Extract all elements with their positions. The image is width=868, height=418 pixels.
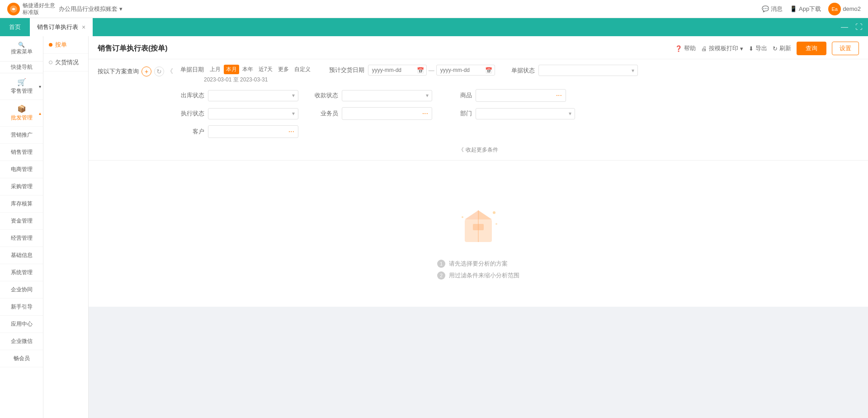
quick-nav-button[interactable]: 快捷导航	[0, 62, 43, 73]
date-filter-group: 单据日期 上月 本月 本年 近7天 更多 自定义 2023-03-0	[179, 65, 315, 84]
header-left: 畅捷通好生意 标准版 办公用品行业模拟账套 ▾	[7, 2, 123, 15]
tab-bar: 首页 销售订单执行表 × — ⛶	[0, 18, 868, 36]
out-status-label: 出库状态	[179, 91, 204, 100]
refresh-button[interactable]: ↻ 刷新	[773, 44, 791, 52]
content-area: 销售订单执行表(按单) ❓ 帮助 🖨 按模板打印 ▾ ⬇ 导出	[89, 36, 868, 418]
page-content: 销售订单执行表(按单) ❓ 帮助 🖨 按模板打印 ▾ ⬇ 导出	[89, 36, 868, 307]
search-icon: 🔍	[18, 42, 25, 48]
print-button[interactable]: 🖨 按模板打印 ▾	[701, 44, 743, 52]
help-button[interactable]: ❓ 帮助	[675, 44, 696, 52]
collapse-more-button[interactable]: 《 收起更多条件	[98, 143, 859, 155]
date-quick-buttons: 上月 本月 本年 近7天 更多 自定义	[208, 65, 313, 74]
goods-more-icon[interactable]: ···	[556, 91, 562, 100]
receipt-status-label: 收款状态	[313, 91, 338, 100]
export-icon: ⬇	[749, 45, 754, 52]
expand-icon-2: ▴	[39, 111, 41, 116]
status-label: 单据状态	[509, 66, 535, 75]
sub-sidebar-item-shortage[interactable]: 欠货情况	[43, 54, 88, 71]
date-last-month-button[interactable]: 上月	[208, 65, 223, 74]
receipt-status-filter: 收款状态	[313, 90, 432, 101]
wholesale-icon: 📦	[17, 104, 26, 113]
print-icon: 🖨	[701, 45, 707, 52]
sidebar-item-wholesale[interactable]: 📦 批发管理 ▴	[0, 100, 43, 127]
window-maximize-icon[interactable]: ⛶	[854, 21, 864, 33]
window-minimize-icon[interactable]: —	[839, 21, 850, 33]
svg-rect-5	[473, 224, 484, 230]
tab-sales-order[interactable]: 销售订单执行表 ×	[30, 18, 93, 36]
export-button[interactable]: ⬇ 导出	[749, 44, 767, 52]
nav-selector[interactable]: 办公用品行业模拟账套 ▾	[59, 5, 123, 13]
salesman-label: 业务员	[313, 109, 338, 118]
dept-select[interactable]	[476, 108, 575, 119]
date-this-month-button[interactable]: 本月	[224, 65, 239, 74]
expand-icon: ▾	[39, 84, 41, 89]
expected-date-range: 📅 — 📅	[368, 65, 495, 76]
message-icon: 💬	[762, 5, 769, 12]
sidebar-item-marketing[interactable]: 营销推广	[0, 127, 43, 144]
filter-area: 按以下方案查询 + ↻ 《 单据日期 上月 本月 本年	[89, 59, 868, 161]
setup-button[interactable]: 设置	[832, 42, 859, 55]
tip-num-1: 1	[437, 260, 445, 268]
app-download-icon: 📱	[790, 5, 797, 12]
sub-sidebar-item-order[interactable]: 按单	[43, 36, 88, 54]
empty-illustration	[451, 197, 505, 252]
customer-more-icon[interactable]: ···	[288, 128, 294, 136]
message-button[interactable]: 💬 消息	[762, 5, 783, 13]
customer-label: 客户	[179, 128, 204, 136]
sidebar-item-finance[interactable]: 资金管理	[0, 213, 43, 230]
user-avatar-area[interactable]: Ea demo2	[828, 3, 861, 15]
filter-section-header: 按以下方案查询 + ↻ 《	[98, 65, 173, 76]
date-label: 单据日期	[179, 66, 204, 74]
help-icon: ❓	[675, 45, 682, 52]
sidebar-item-guide[interactable]: 新手引导	[0, 299, 43, 316]
svg-marker-3	[478, 210, 492, 219]
logo-text: 畅捷通好生意 标准版	[23, 2, 55, 15]
svg-point-6	[493, 211, 495, 214]
date-this-year-button[interactable]: 本年	[240, 65, 255, 74]
goods-label: 商品	[447, 91, 472, 100]
sidebar-item-wechat[interactable]: 企业微信	[0, 333, 43, 350]
tab-home[interactable]: 首页	[0, 18, 30, 36]
app-download-button[interactable]: 📱 App下载	[790, 5, 821, 13]
collapse-button[interactable]: 《	[167, 67, 173, 76]
sidebar-item-system[interactable]: 系统管理	[0, 264, 43, 281]
sidebar-item-inventory[interactable]: 库存核算	[0, 195, 43, 213]
salesman-more-icon[interactable]: ···	[422, 109, 428, 118]
calendar-to-icon: 📅	[485, 67, 492, 74]
logo-area: 畅捷通好生意 标准版	[7, 2, 55, 15]
receipt-status-select[interactable]	[342, 90, 432, 101]
sidebar-items: 🛒 零售管理 ▾ 📦 批发管理 ▴ 营销推广 销售管理 电商管理 采购管理	[0, 73, 43, 367]
exec-status-select[interactable]	[208, 108, 298, 119]
add-scheme-button[interactable]: +	[142, 66, 151, 76]
sub-sidebar: 按单 欠货情况	[43, 36, 89, 418]
out-status-select[interactable]	[208, 90, 298, 101]
retail-icon: 🛒	[17, 78, 26, 86]
date-more-button[interactable]: 更多	[276, 65, 291, 74]
sidebar-item-basic-info[interactable]: 基础信息	[0, 247, 43, 264]
date-separator: —	[429, 67, 434, 74]
sidebar-item-purchase[interactable]: 采购管理	[0, 178, 43, 195]
empty-tips: 1 请先选择要分析的方案 2 用过滤条件来缩小分析范围	[437, 260, 519, 280]
query-button[interactable]: 查询	[797, 42, 826, 55]
date-range-display: 2023-03-01 至 2023-03-31	[179, 76, 315, 84]
sidebar-item-retail[interactable]: 🛒 零售管理 ▾	[0, 73, 43, 100]
sidebar-item-operations[interactable]: 经营管理	[0, 230, 43, 247]
tab-close-icon[interactable]: ×	[82, 24, 85, 31]
sidebar-item-enterprise[interactable]: 企业协同	[0, 281, 43, 299]
sidebar-item-ecommerce[interactable]: 电商管理	[0, 161, 43, 178]
status-select[interactable]	[538, 65, 638, 76]
sidebar-item-member[interactable]: 畅会员	[0, 350, 43, 367]
goods-filter: 商品 ···	[447, 89, 566, 102]
filter-section-label: 按以下方案查询	[98, 67, 139, 76]
date-custom-button[interactable]: 自定义	[292, 65, 313, 74]
page-actions: ❓ 帮助 🖨 按模板打印 ▾ ⬇ 导出 ↻ 刷新	[675, 42, 859, 55]
date-last-7days-button[interactable]: 近7天	[256, 65, 275, 74]
refresh-scheme-button[interactable]: ↻	[154, 66, 164, 76]
sidebar-item-app-center[interactable]: 应用中心	[0, 316, 43, 333]
tab-bar-actions: — ⛶	[839, 21, 868, 33]
active-dot-icon	[49, 43, 52, 47]
sidebar-item-sales[interactable]: 销售管理	[0, 144, 43, 161]
svg-point-8	[495, 223, 497, 225]
search-menu-button[interactable]: 🔍 搜索菜单	[4, 40, 39, 57]
empty-state: 1 请先选择要分析的方案 2 用过滤条件来缩小分析范围	[89, 161, 868, 307]
